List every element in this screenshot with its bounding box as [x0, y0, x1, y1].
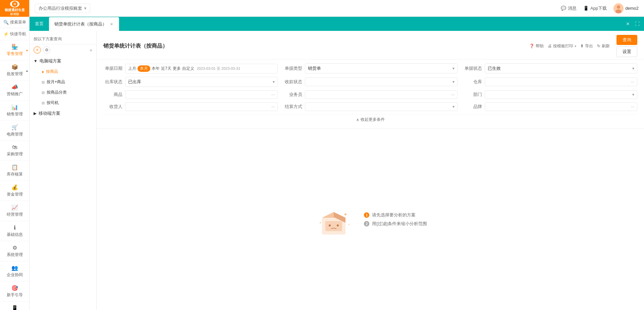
- empty-illustration: [314, 199, 354, 240]
- finance-label: 资金管理: [7, 192, 23, 197]
- receiver-ellipsis[interactable]: ···: [271, 104, 275, 109]
- query-btn[interactable]: 查询: [616, 35, 637, 45]
- print-btn[interactable]: 🖨 按模板打印 ▾: [548, 43, 576, 49]
- storage-ellipsis[interactable]: ···: [631, 80, 634, 84]
- window-maximize-btn[interactable]: ⛶: [633, 20, 641, 28]
- sidebar-item-collab[interactable]: 👥 企业协同: [0, 261, 29, 281]
- user-profile[interactable]: demo2: [613, 3, 639, 13]
- svg-point-9: [344, 213, 346, 215]
- tab-sales-report[interactable]: 销货单统计计表（按商品） ✕: [49, 17, 119, 31]
- quick-nav-label: 快捷导航: [10, 31, 26, 37]
- page-title-bar: 销货单统计计表（按商品） ❓ 帮助 🖨 按模板打印 ▾ ⬆ 导出: [97, 31, 644, 59]
- date-option-7days[interactable]: 近7天: [161, 66, 171, 71]
- warehouse-control[interactable]: 已出库 ▾: [125, 77, 278, 87]
- tree-item-mobile[interactable]: ▶ 移动端方案: [30, 108, 96, 119]
- search-menu-item[interactable]: 🔍 搜索菜单: [0, 17, 29, 28]
- help-icon: ❓: [529, 44, 534, 48]
- logo: 畅捷通好生意 标准版: [0, 0, 29, 17]
- hint1-dot: 1: [364, 212, 369, 218]
- doc-type-arrow: ▾: [452, 66, 454, 71]
- tree-item-by-goods[interactable]: ● 按商品: [36, 66, 96, 77]
- sidebar-item-sales[interactable]: 📊 销售管理: [0, 101, 29, 121]
- brand-control[interactable]: ···: [485, 102, 637, 111]
- empty-state: 1 请先选择要分析的方案 2 用[过滤]条件来缩小分析范围: [314, 199, 427, 240]
- filter-cell-salesperson: 业务员 ···: [283, 90, 458, 99]
- date-option-custom[interactable]: 自定义: [182, 66, 194, 71]
- tab-close-icon[interactable]: ✕: [109, 21, 114, 27]
- tree-item-pc[interactable]: ▼ 电脑端方案: [30, 56, 96, 66]
- settings-btn[interactable]: 设置: [616, 46, 637, 57]
- svg-point-10: [320, 222, 321, 223]
- settlement-control[interactable]: ▾: [305, 102, 458, 111]
- refresh-label: 刷新: [602, 43, 610, 49]
- refresh-icon: ↻: [597, 44, 600, 48]
- goods-ellipsis[interactable]: ···: [271, 92, 275, 97]
- svg-rect-6: [325, 221, 342, 231]
- date-range-text: 2023-03-01 至 2023-03-31: [197, 66, 240, 71]
- department-control[interactable]: ▾: [485, 90, 637, 99]
- salesperson-control[interactable]: ···: [305, 90, 458, 99]
- filter-cell-doc-status: 单据状态 已生效 ▾: [463, 63, 637, 73]
- sidebar-item-marketing[interactable]: 📣 营销推广: [0, 81, 29, 101]
- content-area: 按以下方案查询 + ⚙ « ▼ 电脑端方案 ●: [30, 31, 644, 310]
- collab-icon: 👥: [11, 265, 18, 271]
- date-option-current[interactable]: 本月: [138, 65, 150, 72]
- app-download-btn[interactable]: 📱 App下载: [583, 5, 607, 11]
- app-selector-label: 办公用品行业模拟账套: [39, 5, 82, 11]
- avatar: [613, 3, 624, 13]
- settings-scheme-btn[interactable]: ⚙: [43, 46, 50, 54]
- date-option-more[interactable]: 更多: [173, 66, 181, 71]
- add-scheme-btn[interactable]: +: [34, 46, 41, 54]
- sidebar-item-appcenter[interactable]: 📱 应用中心: [0, 302, 29, 310]
- tab-home[interactable]: 首页: [30, 17, 49, 31]
- sidebar-item-wholesale[interactable]: 📦 批发管理 ▴: [0, 60, 29, 81]
- date-option-prev[interactable]: 上月: [128, 66, 136, 71]
- doc-type-control[interactable]: 销货单 ▾: [305, 63, 458, 73]
- collapse-filters-btn[interactable]: ∧ 收起更多条件: [103, 114, 637, 124]
- receiver-control[interactable]: ···: [125, 102, 278, 111]
- brand-ellipsis[interactable]: ···: [631, 104, 634, 109]
- warehouse-label: 出库状态: [103, 79, 125, 85]
- export-btn[interactable]: ⬆ 导出: [580, 43, 593, 49]
- app-selector[interactable]: 办公用品行业模拟账套 ▾: [35, 4, 90, 13]
- goods-control[interactable]: ···: [125, 90, 278, 99]
- sidebar-item-basics[interactable]: ℹ 基础信息: [0, 221, 29, 241]
- filter-cell-receiver: 收货人 ···: [103, 102, 278, 111]
- sidebar-item-operations[interactable]: 📈 经营管理: [0, 201, 29, 221]
- left-panel: 按以下方案查询 + ⚙ « ▼ 电脑端方案 ●: [30, 31, 97, 310]
- refresh-btn[interactable]: ↻ 刷新: [597, 43, 610, 49]
- tree-item-by-driver[interactable]: ▤ 按司机: [36, 98, 96, 108]
- sidebar-item-guide[interactable]: 🎯 新手引导: [0, 281, 29, 302]
- logo-tagline: 标准版: [10, 12, 19, 16]
- appcenter-icon: 📱: [11, 305, 18, 310]
- date-option-year[interactable]: 本年: [152, 66, 160, 71]
- help-btn[interactable]: ❓ 帮助: [529, 43, 544, 49]
- data-area: 1 请先选择要分析的方案 2 用[过滤]条件来缩小分析范围: [97, 129, 644, 310]
- app-download-label: App下载: [590, 5, 607, 11]
- by-driver-label: 按司机: [47, 100, 59, 106]
- window-close-btn[interactable]: ✕: [624, 20, 632, 28]
- quick-nav-item[interactable]: ⚡ 快捷导航: [0, 28, 29, 40]
- ecommerce-label: 电商管理: [7, 132, 23, 137]
- svg-point-7: [329, 224, 331, 226]
- payment-control[interactable]: ▾: [305, 78, 458, 86]
- purchase-icon: 🛍: [12, 144, 17, 150]
- basics-icon: ℹ: [14, 224, 16, 231]
- tab-sales-report-label: 销货单统计计表（按商品）: [54, 21, 107, 27]
- system-label: 系统管理: [7, 252, 23, 258]
- sales-label: 销售管理: [7, 111, 23, 117]
- sidebar-item-inventory[interactable]: 📋 库存核算: [0, 161, 29, 181]
- storage-control[interactable]: ···: [485, 78, 637, 86]
- sidebar-item-system[interactable]: ⚙ 系统管理: [0, 241, 29, 261]
- sidebar-item-finance[interactable]: 💰 资金管理: [0, 181, 29, 201]
- salesperson-ellipsis[interactable]: ···: [451, 92, 454, 97]
- message-btn[interactable]: 💬 消息: [561, 5, 577, 11]
- date-filter-control[interactable]: 上月 本月 本年 近7天 更多 自定义 2023-03-01 至 2023-03…: [125, 64, 278, 73]
- sidebar-item-purchase[interactable]: 🛍 采购管理: [0, 141, 29, 161]
- sidebar-item-ecommerce[interactable]: 🛒 电商管理: [0, 121, 29, 141]
- sidebar-item-retail[interactable]: 🏪 零售管理 ▾: [0, 40, 29, 60]
- doc-status-control[interactable]: 已生效 ▾: [485, 63, 637, 73]
- tree-item-by-month-goods[interactable]: ▤ 按月+商品: [36, 77, 96, 87]
- tree-item-by-category[interactable]: ▤ 按商品分类: [36, 87, 96, 98]
- collapse-panel-btn[interactable]: «: [90, 47, 92, 53]
